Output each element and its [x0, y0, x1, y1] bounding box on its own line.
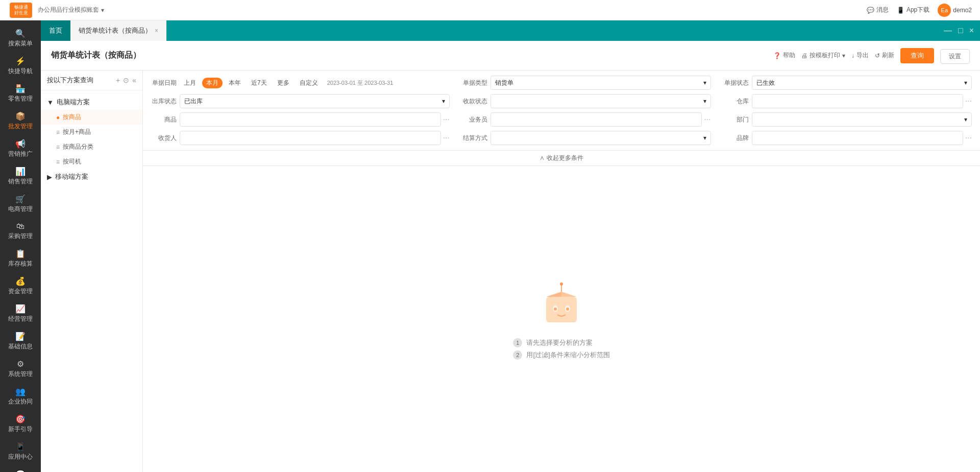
sidebar-item-appcenter[interactable]: 📱 应用中心 [0, 438, 41, 465]
sidebar-item-purchase[interactable]: 🛍 采购管理 [0, 218, 41, 245]
sidebar-item-marketing[interactable]: 📢 营销推广 [0, 135, 41, 162]
tab-ctrl-minimize[interactable]: — [942, 25, 954, 36]
tab-sales-stat[interactable]: 销货单统计表（按商品） × [70, 20, 166, 41]
type-select[interactable]: 销货单 ▾ [491, 76, 711, 90]
filter-status-cell: 单据状态 已生效 ▾ [723, 76, 972, 90]
payment-control: ▾ [491, 131, 711, 145]
nav-child-by-driver[interactable]: ≡ 按司机 [41, 154, 142, 169]
filter-row-2: 出库状态 已出库 ▾ 收款状态 [151, 94, 972, 108]
tab-home[interactable]: 首页 [41, 20, 70, 41]
payment-select[interactable]: ▾ [491, 131, 711, 145]
filter-rows: 单据日期 上月 本月 本年 近7天 更多 自定义 [143, 70, 980, 151]
sidebar-item-ecom[interactable]: 🛒 电商管理 [0, 190, 41, 218]
tab-ctrl-close[interactable]: × [967, 25, 976, 36]
sidebar-item-finance[interactable]: 💰 资金管理 [0, 272, 41, 300]
outstatus-select[interactable]: 已出库 ▾ [180, 94, 450, 108]
type-arrow: ▾ [703, 79, 706, 86]
query-button[interactable]: 查询 [900, 48, 934, 63]
print-btn[interactable]: 🖨 按模板打印 ▾ [801, 51, 845, 60]
sidebar-label-sales: 销售管理 [8, 177, 33, 186]
filter-receiver-cell: 收货人 ··· [151, 131, 450, 145]
receiver-input[interactable] [180, 131, 441, 145]
sidebar-item-guide[interactable]: 🎯 新手引导 [0, 410, 41, 438]
warehouse-dots[interactable]: ··· [965, 97, 972, 106]
export-btn[interactable]: ↓ 导出 [851, 51, 869, 60]
tab-ctrl-maximize[interactable]: □ [956, 25, 965, 36]
status-value: 已生效 [756, 79, 775, 87]
nav-add-btn[interactable]: + [116, 76, 120, 84]
sidebar-label-operation: 经营管理 [8, 315, 33, 323]
header-left: 畅捷通 好生意 办公用品行业模拟账套 ▾ [8, 1, 104, 19]
sidebar-item-sales[interactable]: 📊 销售管理 [0, 162, 41, 190]
nav-child-by-category[interactable]: ≡ 按商品分类 [41, 139, 142, 154]
sidebar-item-collab[interactable]: 👥 企业协同 [0, 383, 41, 410]
goods-dots[interactable]: ··· [443, 115, 450, 124]
nav-child-by-goods[interactable]: ● 按商品 [41, 110, 142, 125]
sidebar-label-finance: 资金管理 [8, 287, 33, 296]
sidebar-item-corpwechat[interactable]: 💬 企业微信 [0, 465, 41, 472]
content-right: 单据日期 上月 本月 本年 近7天 更多 自定义 [143, 70, 980, 472]
filter-brand-cell: 品牌 ··· [723, 131, 972, 145]
date-last-month[interactable]: 上月 [180, 78, 200, 88]
industry-selector[interactable]: 办公用品行业模拟账套 ▾ [38, 6, 104, 14]
nav-parent-pc[interactable]: ▼ 电脑端方案 [41, 95, 142, 110]
date-more[interactable]: 更多 [273, 78, 293, 88]
sidebar-item-search[interactable]: 🔍 搜索菜单 [0, 25, 41, 52]
collect-select[interactable]: ▾ [491, 94, 711, 108]
staff-input[interactable] [491, 112, 702, 127]
dept-select[interactable]: ▾ [752, 112, 972, 127]
tab-close-btn[interactable]: × [155, 27, 158, 34]
message-btn[interactable]: 💬 消息 [867, 6, 889, 14]
sidebar-label-purchase: 采购管理 [8, 232, 33, 241]
sidebar-item-quicknav[interactable]: ⚡ 快捷导航 [0, 52, 41, 80]
tab-bar: 首页 销货单统计表（按商品） × — □ × [41, 20, 980, 41]
print-label: 按模板打印 [810, 51, 840, 60]
empty-tip-1: 1 请先选择要分析的方案 [513, 338, 609, 347]
nav-edit-btn[interactable]: ⊙ [123, 76, 129, 84]
print-dropdown-icon: ▾ [842, 52, 845, 59]
brand-dots[interactable]: ··· [965, 133, 972, 143]
sales-icon: 📊 [15, 167, 26, 176]
filter-date-cell: 单据日期 上月 本月 本年 近7天 更多 自定义 [151, 78, 450, 88]
brand-input[interactable] [752, 131, 963, 145]
receiver-dots[interactable]: ··· [443, 133, 450, 143]
status-select[interactable]: 已生效 ▾ [752, 76, 972, 90]
nav-child-by-month-goods[interactable]: ≡ 按月+商品 [41, 125, 142, 139]
nav-collapse-btn[interactable]: « [132, 76, 136, 84]
empty-tips: 1 请先选择要分析的方案 2 用[过滤]条件来缩小分析范围 [513, 338, 609, 360]
settings-button[interactable]: 设置 [940, 49, 970, 64]
nav-child-by-month-goods-label: 按月+商品 [63, 128, 91, 136]
sidebar-label-ecom: 电商管理 [8, 205, 33, 214]
staff-dots[interactable]: ··· [704, 115, 710, 124]
sidebar-item-operation[interactable]: 📈 经营管理 [0, 300, 41, 327]
driver-icon: ≡ [56, 158, 60, 166]
goods-input[interactable] [180, 112, 441, 127]
logo-text-line1: 畅捷通 [14, 5, 28, 10]
warehouse-input[interactable] [752, 94, 963, 108]
sidebar-label-inventory: 库存核算 [8, 259, 33, 268]
date-custom[interactable]: 自定义 [296, 78, 322, 88]
sidebar-item-wholesale[interactable]: 📦 批发管理 [0, 107, 41, 135]
nav-tree: ▼ 电脑端方案 ● 按商品 ≡ 按月+商品 [41, 90, 142, 188]
sidebar-item-basic[interactable]: 📝 基础信息 [0, 327, 41, 355]
app-download-btn[interactable]: 📱 App下载 [897, 6, 929, 14]
nav-expand-pc: ▼ [47, 99, 54, 106]
help-btn[interactable]: ❓ 帮助 [773, 51, 795, 60]
message-icon: 💬 [867, 7, 874, 14]
nav-parent-pc-label: 电脑端方案 [57, 98, 90, 107]
collapse-bar[interactable]: ∧ 收起更多条件 [143, 151, 980, 166]
sidebar-item-inventory[interactable]: 📋 库存核算 [0, 245, 41, 272]
refresh-btn[interactable]: ↺ 刷新 [875, 51, 894, 60]
industry-label: 办公用品行业模拟账套 [38, 6, 99, 14]
nav-parent-mobile[interactable]: ▶ 移动端方案 [41, 169, 142, 184]
main-layout: 🔍 搜索菜单 ⚡ 快捷导航 🏪 零售管理 📦 批发管理 📢 营销推广 📊 销售管… [0, 20, 980, 472]
svg-rect-0 [546, 297, 577, 322]
header-right: 💬 消息 📱 App下载 Ea demo2 [867, 4, 972, 17]
user-menu[interactable]: Ea demo2 [938, 4, 972, 17]
date-7days[interactable]: 近7天 [247, 78, 271, 88]
sidebar-item-system[interactable]: ⚙ 系统管理 [0, 355, 41, 383]
date-this-year[interactable]: 本年 [225, 78, 245, 88]
sidebar-item-retail[interactable]: 🏪 零售管理 [0, 80, 41, 107]
date-this-month[interactable]: 本月 [202, 78, 223, 88]
warehouse-control: ··· [752, 94, 972, 108]
